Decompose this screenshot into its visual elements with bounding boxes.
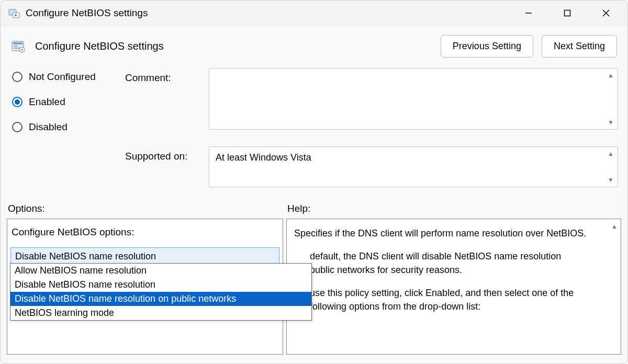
- header-row: Configure NetBIOS settings Previous Sett…: [1, 26, 627, 63]
- app-icon: [8, 7, 20, 19]
- config-area: Not Configured Enabled Disabled Comment:…: [1, 63, 627, 195]
- policy-icon: [11, 39, 26, 54]
- radio-label: Enabled: [29, 96, 65, 108]
- dropdown-item[interactable]: Disable NetBIOS name resolution on publi…: [10, 292, 311, 306]
- supported-on-value: At least Windows Vista: [216, 152, 311, 163]
- comment-textarea[interactable]: ▲ ▼: [209, 68, 618, 130]
- supported-on-label: Supported on:: [125, 146, 209, 195]
- options-panel: Configure NetBIOS options: Disable NetBI…: [7, 219, 283, 355]
- section-labels: Options: Help:: [1, 195, 627, 219]
- options-combobox-value: Disable NetBIOS name resolution: [15, 251, 156, 262]
- radio-icon: [12, 122, 23, 132]
- scroll-down-icon[interactable]: ▼: [607, 119, 614, 126]
- help-section-label: Help:: [287, 203, 310, 214]
- radio-not-configured[interactable]: Not Configured: [12, 71, 125, 83]
- help-text: default, the DNS client will disable Net…: [294, 249, 606, 277]
- options-combobox[interactable]: Disable NetBIOS name resolution: [10, 247, 279, 265]
- options-dropdown-label: Configure NetBIOS options:: [10, 226, 279, 238]
- dropdown-item[interactable]: Allow NetBIOS name resolution: [10, 264, 311, 278]
- scroll-up-icon[interactable]: ▲: [607, 72, 614, 79]
- radio-icon: [12, 97, 23, 107]
- radio-disabled[interactable]: Disabled: [12, 121, 125, 133]
- minimize-button[interactable]: [517, 4, 541, 22]
- next-setting-button[interactable]: Next Setting: [542, 35, 617, 58]
- previous-setting-button[interactable]: Previous Setting: [441, 35, 533, 58]
- radio-enabled[interactable]: Enabled: [12, 96, 125, 108]
- svg-rect-4: [565, 10, 570, 16]
- help-panel: ▲ Specifies if the DNS client will perfo…: [286, 219, 621, 355]
- close-button[interactable]: [594, 4, 618, 22]
- maximize-button[interactable]: [555, 4, 579, 22]
- svg-point-2: [15, 14, 17, 16]
- dropdown-item[interactable]: Disable NetBIOS name resolution: [10, 278, 311, 292]
- svg-rect-8: [13, 42, 23, 44]
- panels: Configure NetBIOS options: Disable NetBI…: [1, 219, 627, 355]
- svg-rect-10: [14, 48, 20, 49]
- scroll-up-icon[interactable]: ▲: [611, 222, 618, 231]
- options-dropdown: Allow NetBIOS name resolution Disable Ne…: [10, 263, 312, 321]
- dropdown-item[interactable]: NetBIOS learning mode: [10, 306, 311, 320]
- window-title: Configure NetBIOS settings: [26, 7, 148, 19]
- policy-title: Configure NetBIOS settings: [35, 40, 164, 52]
- scroll-down-icon[interactable]: ▼: [607, 176, 614, 184]
- titlebar: Configure NetBIOS settings: [1, 1, 627, 26]
- comment-label: Comment:: [125, 68, 209, 146]
- options-section-label: Options:: [8, 203, 287, 214]
- scroll-up-icon[interactable]: ▲: [607, 150, 614, 157]
- svg-rect-9: [14, 46, 18, 47]
- supported-on-box: At least Windows Vista ▲ ▼: [209, 146, 618, 187]
- svg-point-12: [21, 49, 23, 50]
- radio-label: Disabled: [29, 121, 68, 133]
- state-radios: Not Configured Enabled Disabled: [12, 68, 125, 146]
- help-text: Specifies if the DNS client will perform…: [294, 226, 606, 240]
- radio-label: Not Configured: [29, 71, 96, 83]
- help-text: use this policy setting, click Enabled, …: [294, 286, 606, 313]
- radio-icon: [12, 72, 23, 82]
